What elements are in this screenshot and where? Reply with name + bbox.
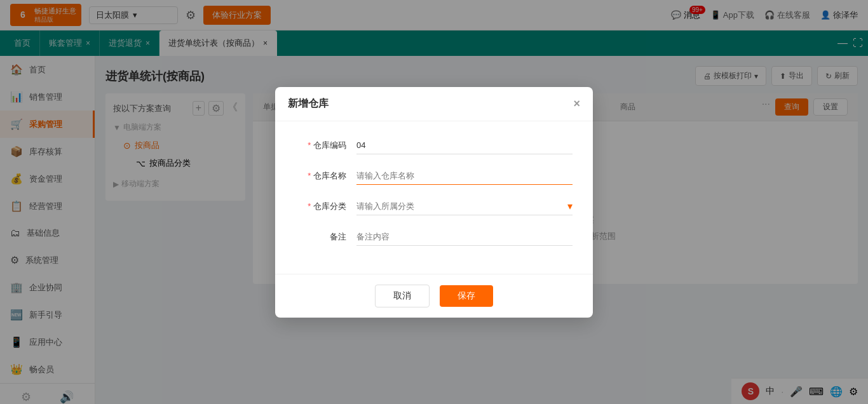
category-dropdown-icon: ▾ (567, 200, 573, 212)
warehouse-name-label: 仓库名称 (295, 170, 346, 182)
warehouse-category-row: 仓库分类 ▾ (295, 198, 573, 215)
modal-body: 仓库编码 仓库名称 仓库分类 ▾ 备注 (275, 121, 593, 274)
warehouse-code-label: 仓库编码 (295, 140, 346, 151)
warehouse-code-input[interactable] (356, 137, 573, 154)
warehouse-code-row: 仓库编码 (295, 137, 573, 154)
warehouse-category-input[interactable] (356, 198, 567, 215)
modal-overlay: 新增仓库 × 仓库编码 仓库名称 仓库分类 ▾ (0, 0, 868, 404)
warehouse-modal: 新增仓库 × 仓库编码 仓库名称 仓库分类 ▾ (275, 87, 593, 318)
modal-header: 新增仓库 × (275, 87, 593, 121)
modal-footer: 取消 保存 (275, 274, 593, 318)
cancel-button[interactable]: 取消 (375, 285, 430, 307)
modal-close-button[interactable]: × (573, 97, 580, 111)
save-button[interactable]: 保存 (440, 285, 493, 307)
warehouse-name-row: 仓库名称 (295, 167, 573, 185)
warehouse-name-input[interactable] (356, 167, 573, 185)
remark-row: 备注 (295, 228, 573, 246)
warehouse-category-select[interactable]: ▾ (356, 198, 573, 215)
modal-title: 新增仓库 (288, 97, 329, 111)
remark-label: 备注 (295, 231, 346, 243)
warehouse-category-label: 仓库分类 (295, 201, 346, 212)
remark-input[interactable] (356, 228, 573, 246)
